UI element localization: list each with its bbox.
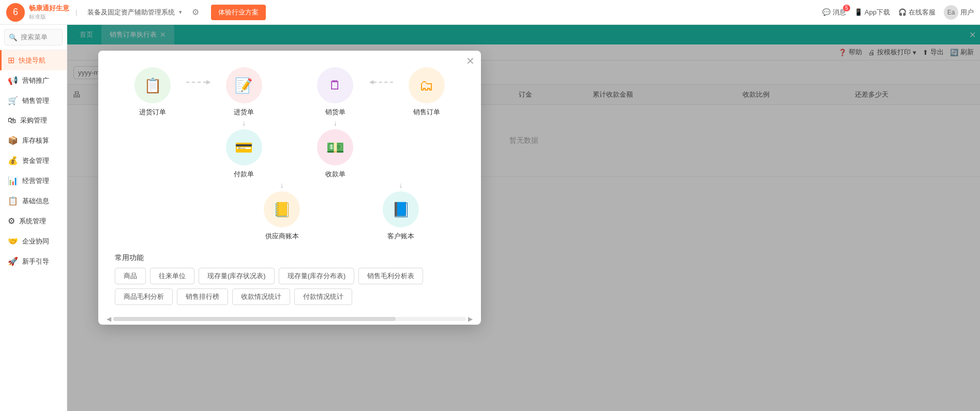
flow-item-sale-bill: 🗒 销货单 — [301, 67, 369, 117]
customer-label: 客户账本 — [387, 232, 414, 241]
experience-btn[interactable]: 体验行业方案 — [211, 5, 266, 20]
sidebar-item-purchase[interactable]: 🛍采购管理 — [0, 111, 67, 130]
nav-icon-marketing: 📢 — [8, 75, 18, 85]
purchase-bill-label: 进货单 — [234, 108, 254, 117]
user-avatar: Ea — [944, 5, 958, 20]
common-btn-现存量库存状况表[interactable]: 现存量(库存状况表) — [199, 268, 275, 284]
nav-icon-operations: 📊 — [8, 176, 18, 186]
nav-label-operations: 经营管理 — [22, 176, 49, 186]
modal-box: ✕ 📋 进货订单 — [98, 51, 481, 325]
sidebar-nav: ⊞快捷导航📢营销推广🛒销售管理🛍采购管理📦库存核算💰资金管理📊经营管理📋基础信息… — [0, 50, 67, 271]
brand-name: 畅康通好生意 — [29, 4, 69, 13]
receipt-label: 收款单 — [325, 170, 345, 179]
nav-label-system: 系统管理 — [19, 217, 46, 226]
content-area: 首页销售订单执行表✕ ✕ ❓ 帮助 🖨 按模板打印 ▾ ⬆ 导出 — [67, 25, 980, 411]
message-badge: 5 — [843, 5, 850, 11]
online-service-btn[interactable]: 🎧 在线客服 — [898, 8, 936, 17]
sidebar-item-system[interactable]: ⚙系统管理 — [0, 211, 67, 231]
sidebar-item-sales[interactable]: 🛒销售管理 — [0, 90, 67, 111]
common-btns-container: 商品往来单位现存量(库存状况表)现存量(库存分布表)销售毛利分析表商品毛利分析销… — [115, 268, 464, 305]
sidebar-item-quick-nav[interactable]: ⊞快捷导航 — [0, 50, 67, 70]
down-arrow-payment: ↓ — [238, 181, 326, 189]
top-bar-left: 6 畅康通好生意 标准版 | 装备及固定资产辅助管理系统 ▾ ⚙ 体验行业方案 — [6, 3, 266, 22]
user-label: 用户 — [960, 8, 974, 17]
sidebar: 🔍 搜索菜单 ⊞快捷导航📢营销推广🛒销售管理🛍采购管理📦库存核算💰资金管理📊经营… — [0, 25, 67, 411]
sale-order-label: 销售订单 — [413, 108, 440, 117]
top-bar: 6 畅康通好生意 标准版 | 装备及固定资产辅助管理系统 ▾ ⚙ 体验行业方案 … — [0, 0, 980, 25]
sale-bill-icon[interactable]: 🗒 — [317, 67, 353, 103]
sale-order-icon[interactable]: 🗂 — [409, 67, 445, 103]
sidebar-item-enterprise[interactable]: 🤝企业协同 — [0, 231, 67, 251]
common-btn-收款情况统计[interactable]: 收款情况统计 — [232, 288, 290, 305]
system-name: 装备及固定资产辅助管理系统 — [87, 8, 175, 17]
app-download-icon: 📱 — [854, 8, 863, 16]
modal-close-btn[interactable]: ✕ — [466, 55, 475, 67]
nav-label-enterprise: 企业协同 — [22, 237, 49, 246]
scrollbar-track[interactable] — [113, 317, 466, 321]
app-download-btn[interactable]: 📱 App下载 — [854, 8, 890, 17]
scrollbar-thumb — [113, 317, 396, 321]
flow-item-payment: 💳 付款单 — [210, 129, 278, 179]
common-btn-现存量库存分布表[interactable]: 现存量(库存分布表) — [279, 268, 355, 284]
message-icon: 💬 — [822, 8, 831, 16]
sidebar-search: 🔍 搜索菜单 — [0, 25, 67, 50]
flow-section: 📋 进货订单 ▶ — [98, 51, 481, 249]
brand-sub: 标准版 — [29, 13, 69, 20]
flow-item-receipt: 💵 收款单 — [301, 129, 369, 179]
common-btn-销售毛利分析表[interactable]: 销售毛利分析表 — [358, 268, 423, 284]
system-dropdown-btn[interactable]: ▾ — [179, 9, 182, 16]
sidebar-item-basic-info[interactable]: 📋基础信息 — [0, 191, 67, 211]
nav-label-guide: 新手引导 — [22, 257, 49, 266]
settings-btn[interactable]: ⚙ — [188, 5, 203, 20]
nav-label-sales: 销售管理 — [22, 96, 49, 105]
nav-label-quick-nav: 快捷导航 — [19, 56, 46, 65]
scroll-right-btn[interactable]: ▶ — [468, 315, 473, 323]
nav-icon-system: ⚙ — [8, 216, 15, 226]
top-bar-right: 💬 消息 5 📱 App下载 🎧 在线客服 Ea 用户 — [822, 5, 974, 20]
nav-label-finance: 资金管理 — [22, 156, 49, 165]
scroll-left-btn[interactable]: ◀ — [107, 315, 111, 323]
customer-icon[interactable]: 📘 — [383, 191, 419, 227]
purchase-bill-icon[interactable]: 📝 — [226, 67, 262, 103]
arrow-sale-order-bill: ◀ — [369, 79, 393, 85]
common-btn-付款情况统计[interactable]: 付款情况统计 — [294, 288, 352, 305]
receipt-icon[interactable]: 💵 — [317, 129, 353, 165]
payment-icon[interactable]: 💳 — [226, 129, 262, 165]
search-menu-btn[interactable]: 🔍 搜索菜单 — [4, 29, 63, 45]
sidebar-item-operations[interactable]: 📊经营管理 — [0, 171, 67, 191]
app-download-label: App下载 — [865, 8, 890, 17]
nav-label-marketing: 营销推广 — [22, 76, 49, 85]
sidebar-item-marketing[interactable]: 📢营销推广 — [0, 70, 67, 90]
sidebar-item-inventory[interactable]: 📦库存核算 — [0, 130, 67, 150]
common-btn-商品[interactable]: 商品 — [115, 268, 146, 284]
nav-icon-sales: 🛒 — [8, 96, 18, 105]
supplier-label: 供应商账本 — [265, 232, 299, 241]
flow-item-sale-order: 🗂 销售订单 — [393, 67, 460, 117]
sidebar-item-finance[interactable]: 💰资金管理 — [0, 150, 67, 171]
supplier-icon[interactable]: 📒 — [264, 191, 300, 227]
nav-icon-inventory: 📦 — [8, 135, 18, 145]
purchase-order-icon[interactable]: 📋 — [134, 67, 171, 103]
common-btn-销售排行榜[interactable]: 销售排行榜 — [177, 288, 228, 305]
common-btn-商品毛利分析[interactable]: 商品毛利分析 — [115, 288, 173, 305]
search-icon: 🔍 — [9, 34, 18, 41]
down-arrow-purchase: ↓ — [210, 119, 278, 127]
nav-icon-purchase: 🛍 — [8, 116, 16, 125]
common-title: 常用功能 — [115, 253, 464, 263]
nav-icon-basic-info: 📋 — [8, 196, 18, 206]
modal-scrollbar: ◀ ▶ — [98, 313, 481, 325]
common-section: 常用功能 商品往来单位现存量(库存状况表)现存量(库存分布表)销售毛利分析表商品… — [98, 249, 481, 313]
down-arrow-sale: ↓ — [301, 119, 369, 127]
flow-item-supplier: 📒 供应商账本 — [238, 191, 326, 241]
common-btn-往来单位[interactable]: 往来单位 — [150, 268, 194, 284]
nav-icon-guide: 🚀 — [8, 256, 18, 266]
nav-label-inventory: 库存核算 — [22, 136, 49, 145]
arrow-purchase-order-bill: ▶ — [186, 79, 210, 85]
sale-bill-label: 销货单 — [325, 108, 345, 117]
message-btn[interactable]: 💬 消息 5 — [822, 8, 846, 17]
sidebar-item-guide[interactable]: 🚀新手引导 — [0, 251, 67, 271]
payment-label: 付款单 — [234, 170, 254, 179]
service-icon: 🎧 — [898, 8, 907, 16]
user-btn[interactable]: Ea 用户 — [944, 5, 974, 20]
purchase-order-label: 进货订单 — [139, 108, 166, 117]
